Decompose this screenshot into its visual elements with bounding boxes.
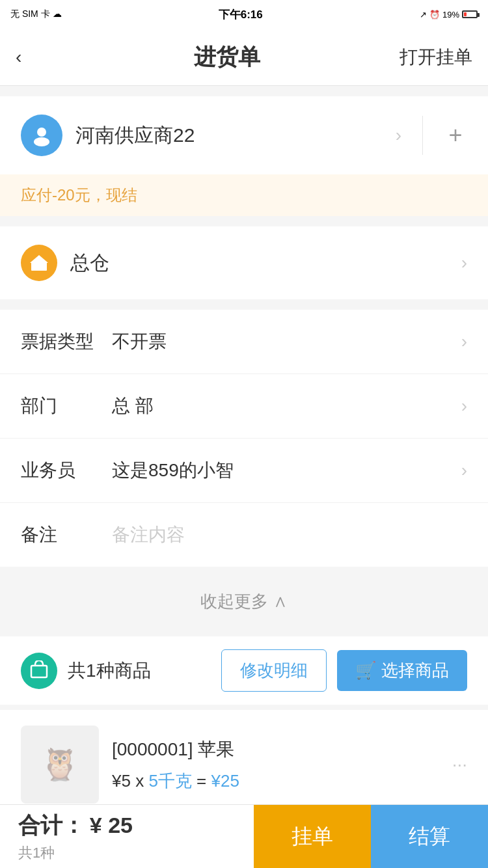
status-right: ↗ ⏰ 19% xyxy=(420,10,478,20)
supplier-select[interactable]: 河南供应商22 › xyxy=(0,96,422,174)
dept-chevron-icon: › xyxy=(461,396,467,416)
add-button[interactable]: + xyxy=(423,103,488,167)
salesman-row[interactable]: 业务员 这是859的小智 › xyxy=(0,439,488,503)
price-equals: = xyxy=(197,771,211,791)
collapse-button[interactable]: 收起更多 ∧ xyxy=(0,577,488,626)
dept-label: 部门 xyxy=(21,394,99,418)
invoice-row[interactable]: 票据类型 不开票 › xyxy=(0,310,488,374)
select-product-label: 选择商品 xyxy=(381,659,449,682)
page-title: 进货单 xyxy=(55,42,400,72)
product-more-button[interactable]: ··· xyxy=(452,754,467,775)
salesman-value: 这是859的小智 xyxy=(112,458,461,483)
supplier-notice: 应付-20元，现结 xyxy=(0,174,488,216)
invoice-chevron-icon: › xyxy=(461,331,467,352)
alarm-icon: ⏰ xyxy=(429,10,440,20)
battery-icon xyxy=(462,10,478,18)
remark-row[interactable]: 备注 备注内容 xyxy=(0,503,488,567)
warehouse-section: 总仓 › xyxy=(0,226,488,299)
invoice-label: 票据类型 xyxy=(21,329,99,354)
nav-bar: ‹ 进货单 打开挂单 xyxy=(0,29,488,86)
remark-input[interactable]: 备注内容 xyxy=(112,522,467,547)
total-area: 合计： ¥ 25 共1种 xyxy=(0,811,254,863)
status-time: 下午6:16 xyxy=(219,7,263,22)
dept-value: 总 部 xyxy=(112,394,461,418)
status-left: 无 SIM 卡 ☁ xyxy=(10,8,62,20)
svg-marker-3 xyxy=(30,255,48,263)
invoice-value: 不开票 xyxy=(112,329,461,354)
svg-rect-2 xyxy=(31,262,47,271)
remark-label: 备注 xyxy=(21,522,99,547)
salesman-label: 业务员 xyxy=(21,458,99,483)
svg-point-1 xyxy=(34,137,49,146)
warehouse-chevron-icon: › xyxy=(461,252,467,273)
warehouse-row[interactable]: 总仓 › xyxy=(0,226,488,299)
supplier-avatar xyxy=(21,115,62,156)
battery-percent: 19% xyxy=(442,10,459,20)
total-sub: 共1种 xyxy=(18,843,236,863)
total-value: ¥25 xyxy=(211,771,239,791)
dept-row[interactable]: 部门 总 部 › xyxy=(0,374,488,439)
supplier-name: 河南供应商22 xyxy=(75,122,396,149)
total-label: 合计： xyxy=(18,813,85,837)
status-bar: 无 SIM 卡 ☁ 下午6:16 ↗ ⏰ 19% xyxy=(0,0,488,29)
svg-point-0 xyxy=(37,128,46,137)
price-multiply: x xyxy=(135,771,148,791)
location-icon: ↗ xyxy=(420,10,427,20)
product-code: [0000001] xyxy=(112,739,193,759)
product-title: 苹果 xyxy=(198,739,234,759)
svg-rect-4 xyxy=(31,666,47,677)
modify-detail-button[interactable]: 修改明细 xyxy=(221,649,327,692)
supplier-section: 河南供应商22 › + 应付-20元，现结 xyxy=(0,96,488,216)
warehouse-icon xyxy=(21,245,57,281)
product-count: 共1种商品 xyxy=(68,658,211,683)
form-section: 票据类型 不开票 › 部门 总 部 › 业务员 这是859的小智 › 备注 备注… xyxy=(0,310,488,567)
select-product-button[interactable]: 🛒 选择商品 xyxy=(337,650,467,691)
product-price: ¥5 x 5千克 = ¥25 xyxy=(112,770,439,793)
back-button[interactable]: ‹ xyxy=(16,47,55,68)
product-item: 🦉 [0000001] 苹果 ¥5 x 5千克 = ¥25 ··· xyxy=(0,710,488,819)
price-value: ¥5 xyxy=(112,771,131,791)
open-hang-button[interactable]: 打开挂单 xyxy=(400,45,472,70)
bottom-bar: 合计： ¥ 25 共1种 挂单 结算 xyxy=(0,804,488,868)
supplier-chevron-icon: › xyxy=(396,125,401,146)
quantity-value: 5千克 xyxy=(148,771,191,791)
supplier-row: 河南供应商22 › + xyxy=(0,96,488,174)
cart-icon: 🛒 xyxy=(355,660,376,681)
products-header: 共1种商品 修改明细 🛒 选择商品 xyxy=(0,636,488,705)
product-info: [0000001] 苹果 ¥5 x 5千克 = ¥25 xyxy=(112,737,439,793)
warehouse-name: 总仓 xyxy=(70,250,461,277)
product-name: [0000001] 苹果 xyxy=(112,737,439,762)
total-amount: ¥ 25 xyxy=(90,813,133,837)
checkout-button[interactable]: 结算 xyxy=(371,805,488,868)
collapse-label: 收起更多 ∧ xyxy=(200,590,287,613)
total-main: 合计： ¥ 25 xyxy=(18,811,236,841)
sim-status: 无 SIM 卡 ☁ xyxy=(10,8,62,20)
products-icon xyxy=(21,653,57,689)
owl-logo-icon: 🦉 xyxy=(40,746,79,783)
hang-button[interactable]: 挂单 xyxy=(254,805,371,868)
product-thumbnail: 🦉 xyxy=(21,726,99,804)
salesman-chevron-icon: › xyxy=(461,460,467,481)
